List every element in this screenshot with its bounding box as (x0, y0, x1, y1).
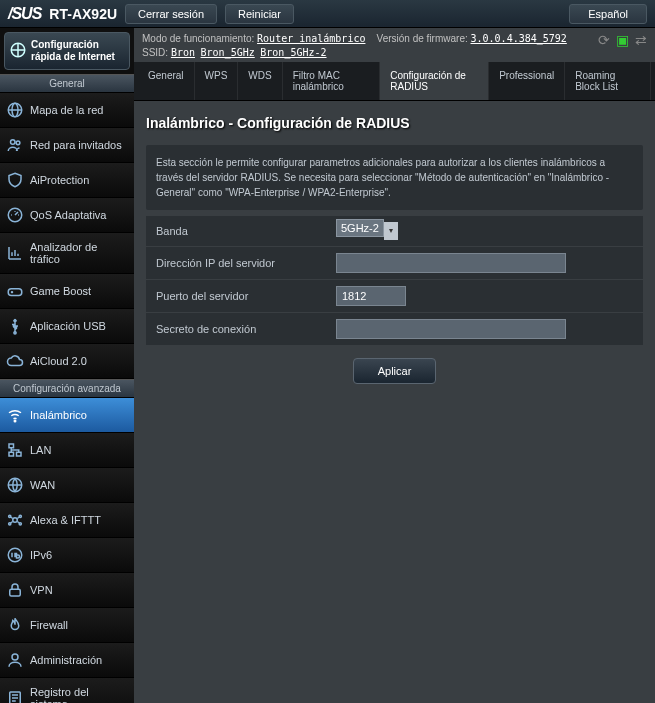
svg-rect-9 (9, 444, 14, 448)
sidebar-item-label: Mapa de la red (30, 104, 103, 116)
sidebar-item-label: Inalámbrico (30, 409, 87, 421)
svg-rect-6 (8, 289, 22, 296)
page-description: Esta sección le permite configurar param… (146, 145, 643, 210)
sidebar-item-label: Administración (30, 654, 102, 666)
connection-secret-input[interactable] (336, 319, 566, 339)
ssid-value-1: Bron (171, 47, 195, 58)
status-icon-1[interactable]: ⟳ (598, 32, 610, 48)
fire-icon (6, 616, 24, 634)
sidebar-item-aplicaci-n-usb[interactable]: Aplicación USB (0, 309, 134, 344)
server-port-input[interactable] (336, 286, 406, 306)
row-server-port: Puerto del servidor (146, 280, 643, 313)
sidebar: Configuración rápida de Internet General… (0, 28, 134, 703)
svg-point-8 (14, 420, 16, 422)
shield-icon (6, 171, 24, 189)
sidebar-item-firewall[interactable]: Firewall (0, 608, 134, 643)
cloud-icon (6, 352, 24, 370)
top-bar: /SUS RT-AX92U Cerrar sesión Reiniciar Es… (0, 0, 655, 28)
usb-icon (6, 317, 24, 335)
brand-logo: /SUS (8, 5, 41, 23)
sidebar-item-label: Registro del sistema (30, 686, 128, 703)
sidebar-item-aiprotection[interactable]: AiProtection (0, 163, 134, 198)
chart-icon (6, 244, 24, 262)
sidebar-item-label: Aplicación USB (30, 320, 106, 332)
tab-general[interactable]: General (138, 62, 195, 100)
sidebar-item-inal-mbrico[interactable]: Inalámbrico (0, 398, 134, 433)
sidebar-item-lan[interactable]: LAN (0, 433, 134, 468)
main-content: Modo de funcionamiento: Router inalámbri… (134, 28, 655, 703)
status-icon-2[interactable]: ▣ (616, 32, 629, 48)
page-title: Inalámbrico - Configuración de RADIUS (146, 115, 643, 131)
sidebar-item-label: WAN (30, 479, 55, 491)
tab-roaming-block-list[interactable]: Roaming Block List (565, 62, 651, 100)
language-button[interactable]: Español (569, 4, 647, 24)
sidebar-item-game-boost[interactable]: Game Boost (0, 274, 134, 309)
quick-internet-setup[interactable]: Configuración rápida de Internet (4, 32, 130, 70)
globe-icon (6, 101, 24, 119)
qis-icon (9, 41, 27, 61)
fw-value[interactable]: 3.0.0.4.384_5792 (471, 33, 567, 44)
server-ip-input[interactable] (336, 253, 566, 273)
apply-button[interactable]: Aplicar (353, 358, 437, 384)
svg-point-3 (11, 140, 16, 145)
sidebar-header-general: General (0, 74, 134, 93)
sidebar-item-mapa-de-la-red[interactable]: Mapa de la red (0, 93, 134, 128)
wan-icon (6, 476, 24, 494)
sidebar-item-label: VPN (30, 584, 53, 596)
mode-value[interactable]: Router inalámbrico (257, 33, 365, 44)
sidebar-item-registro-del-sistema[interactable]: Registro del sistema (0, 678, 134, 703)
reboot-button[interactable]: Reiniciar (225, 4, 294, 24)
qis-label: Configuración rápida de Internet (31, 39, 125, 63)
ssid-label: SSID: (142, 47, 168, 58)
svg-rect-11 (9, 452, 14, 456)
band-label: Banda (146, 216, 326, 247)
ssid-value-3: Bron_5GHz-2 (260, 47, 326, 58)
svg-point-4 (16, 141, 20, 145)
row-server-ip: Dirección IP del servidor (146, 247, 643, 280)
sidebar-item-alexa-ifttt[interactable]: Alexa & IFTTT (0, 503, 134, 538)
tabs: GeneralWPSWDSFiltro MAC inalámbricoConfi… (134, 62, 655, 101)
model-name: RT-AX92U (49, 6, 117, 22)
svg-point-20 (12, 654, 18, 660)
fw-label: Versión de firmware: (377, 33, 468, 44)
tab-filtro-mac-inal-mbrico[interactable]: Filtro MAC inalámbrico (283, 62, 381, 100)
connection-secret-label: Secreto de conexión (146, 313, 326, 346)
sidebar-item-label: Alexa & IFTTT (30, 514, 101, 526)
tab-professional[interactable]: Professional (489, 62, 565, 100)
lan-icon (6, 441, 24, 459)
sidebar-item-red-para-invitados[interactable]: Red para invitados (0, 128, 134, 163)
vpn-icon (6, 581, 24, 599)
ipv6-icon (6, 546, 24, 564)
server-ip-label: Dirección IP del servidor (146, 247, 326, 280)
server-port-label: Puerto del servidor (146, 280, 326, 313)
sidebar-item-label: LAN (30, 444, 51, 456)
sidebar-item-wan[interactable]: WAN (0, 468, 134, 503)
tab-configuraci-n-de-radius[interactable]: Configuración de RADIUS (380, 62, 489, 100)
svg-point-13 (13, 518, 18, 523)
row-connection-secret: Secreto de conexión (146, 313, 643, 346)
status-icon-3[interactable]: ⇄ (635, 32, 647, 48)
tab-wds[interactable]: WDS (238, 62, 282, 100)
sidebar-item-analizador-de-tr-fico[interactable]: Analizador de tráfico (0, 233, 134, 274)
info-bar: Modo de funcionamiento: Router inalámbri… (134, 28, 655, 62)
wifi-icon (6, 406, 24, 424)
form-table: Banda 5GHz-2▾ Dirección IP del servidor … (146, 216, 643, 346)
sidebar-item-label: QoS Adaptativa (30, 209, 106, 221)
ssid-value-2: Bron_5GHz (201, 47, 255, 58)
dropdown-arrow-icon[interactable]: ▾ (384, 222, 398, 240)
sidebar-item-qos-adaptativa[interactable]: QoS Adaptativa (0, 198, 134, 233)
tab-wps[interactable]: WPS (195, 62, 239, 100)
sidebar-item-aicloud-2-0[interactable]: AiCloud 2.0 (0, 344, 134, 379)
users-icon (6, 136, 24, 154)
sidebar-item-ipv6[interactable]: IPv6 (0, 538, 134, 573)
sidebar-item-vpn[interactable]: VPN (0, 573, 134, 608)
svg-rect-19 (10, 589, 21, 596)
sidebar-item-administraci-n[interactable]: Administración (0, 643, 134, 678)
sidebar-item-label: Analizador de tráfico (30, 241, 128, 265)
band-select[interactable]: 5GHz-2 (336, 219, 384, 237)
sidebar-item-label: Firewall (30, 619, 68, 631)
sidebar-item-label: IPv6 (30, 549, 52, 561)
logout-button[interactable]: Cerrar sesión (125, 4, 217, 24)
admin-icon (6, 651, 24, 669)
log-icon (6, 689, 24, 703)
